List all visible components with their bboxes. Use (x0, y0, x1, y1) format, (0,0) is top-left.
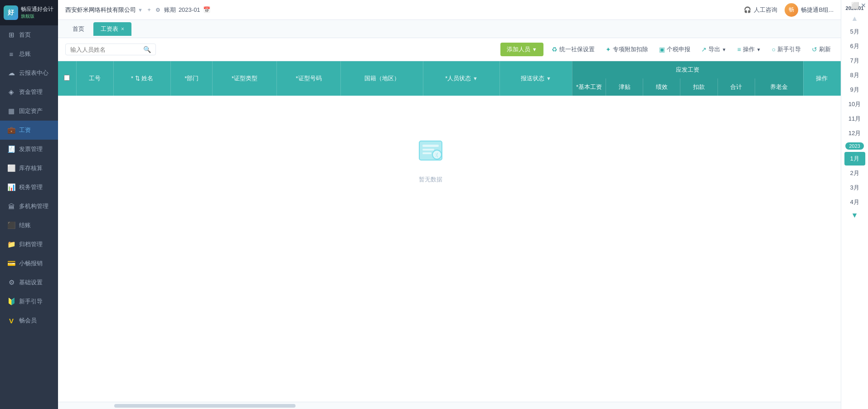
add-person-button[interactable]: 添加人员 ▼ (500, 43, 543, 56)
th-payroll-group: 应发工资 (572, 61, 803, 78)
month-2022-12[interactable]: 12月 (844, 127, 865, 140)
th-check[interactable] (58, 61, 76, 96)
sidebar-item-guide-label: 新手引导 (19, 297, 43, 306)
payroll-icon: 💼 (7, 126, 15, 134)
sidebar-item-cloud[interactable]: ☁ 云报表中心 (0, 63, 58, 83)
tab-home[interactable]: 首页 (65, 22, 92, 36)
tax-report-label: 个税申报 (667, 45, 690, 54)
th-allowance: 津贴 (606, 78, 643, 96)
social-insurance-icon: ♻ (552, 46, 558, 53)
tax-report-btn[interactable]: ▣ 个税申报 (656, 44, 693, 55)
month-2022-8[interactable]: 8月 (844, 68, 865, 82)
member-icon: V (7, 317, 15, 325)
month-2022-9[interactable]: 9月 (844, 83, 865, 97)
settings-btn[interactable]: ⚙ (155, 7, 160, 13)
app-version: 旗舰版 (21, 13, 53, 19)
plus-icon: ＋ (146, 6, 152, 14)
sidebar-item-invoice[interactable]: 🧾 发票管理 (0, 140, 58, 159)
sidebar-item-settings[interactable]: ⚙ 基础设置 (0, 273, 58, 292)
user-profile-btn[interactable]: 畅 畅捷通B组... (785, 3, 834, 17)
month-2022-10[interactable]: 10月 (844, 97, 865, 111)
new-guide-icon: ○ (772, 46, 776, 53)
th-name-label: * (131, 75, 135, 82)
status-filter-icon: ▼ (473, 76, 478, 81)
month-2022-6[interactable]: 6月 (844, 39, 865, 53)
th-name[interactable]: * ⇅ 姓名 (113, 61, 171, 96)
panel-prev-arrow[interactable]: ▲ (849, 13, 860, 24)
sidebar-item-payroll-label: 工资 (19, 126, 31, 134)
period-value: 2023-01 (179, 6, 200, 13)
sidebar-item-fund[interactable]: ◈ 资金管理 (0, 83, 58, 102)
scroll-thumb[interactable] (114, 404, 296, 408)
sidebar-item-close[interactable]: ⬛ 结账 (0, 216, 58, 235)
tab-close-icon[interactable]: × (121, 26, 124, 32)
sidebar-item-home[interactable]: ⊞ 首页 (0, 25, 58, 44)
service-label: 人工咨询 (754, 6, 777, 14)
month-2022-11[interactable]: 11月 (844, 112, 865, 126)
sidebar-item-asset[interactable]: ▦ 固定资产 (0, 102, 58, 121)
month-2023-1[interactable]: 1月 (844, 152, 865, 166)
close-period-icon: ⬛ (7, 221, 15, 229)
top-header: 西安虾米网络科技有限公司 ▼ ＋ ⚙ 账期 2023-01 📅 🎧 (58, 0, 841, 20)
human-service-btn[interactable]: 🎧 人工咨询 (744, 6, 777, 14)
sidebar-item-guide[interactable]: 🔰 新手引导 (0, 292, 58, 311)
sidebar-item-expense[interactable]: 💳 小畅报销 (0, 254, 58, 273)
add-person-label: 添加人员 (507, 45, 530, 54)
sidebar-item-payroll[interactable]: 💼 工资 (0, 121, 58, 140)
cloud-icon: ☁ (7, 69, 15, 77)
month-2022-7[interactable]: 7月 (844, 54, 865, 68)
month-2023-3[interactable]: 3月 (844, 181, 865, 195)
panel-next-arrow[interactable]: ▼ (849, 209, 860, 221)
sidebar-item-multi[interactable]: 🏛 多机构管理 (0, 197, 58, 216)
operate-icon: ≡ (737, 46, 741, 53)
th-basic: *基本工资 (572, 78, 606, 96)
sidebar-item-inventory[interactable]: ⬜ 库存核算 (0, 159, 58, 178)
operate-btn[interactable]: ≡ 操作 ▼ (734, 44, 763, 55)
sidebar-item-tax[interactable]: 📊 税务管理 (0, 178, 58, 197)
th-deduction: 扣款 (680, 78, 718, 96)
tax-report-icon: ▣ (659, 46, 665, 53)
special-deduction-btn[interactable]: ✦ 专项附加扣除 (603, 44, 651, 55)
sidebar-item-member[interactable]: V 畅会员 (0, 311, 58, 330)
social-insurance-label: 统一社保设置 (559, 45, 595, 54)
tax-icon: 📊 (7, 183, 15, 191)
export-btn[interactable]: ↗ 导出 ▼ (698, 44, 729, 55)
app-name: 畅应通好会计 (21, 6, 53, 13)
select-all-checkbox[interactable] (64, 75, 70, 81)
operate-label: 操作 (743, 45, 755, 54)
tab-bar: 首页 工资表 × (58, 20, 841, 38)
th-dept: *部门 (171, 61, 213, 96)
search-box[interactable]: 🔍 (65, 44, 156, 55)
month-2023-2[interactable]: 2月 (844, 166, 865, 180)
th-status[interactable]: *人员状态 ▼ (423, 61, 499, 96)
sidebar-item-expense-label: 小畅报销 (19, 259, 43, 268)
main-area: 西安虾米网络科技有限公司 ▼ ＋ ⚙ 账期 2023-01 📅 🎧 (58, 0, 841, 409)
svg-rect-3 (422, 152, 432, 154)
search-input[interactable] (70, 46, 141, 53)
sidebar-item-asset-label: 固定资产 (19, 107, 43, 115)
panel-expand-icon[interactable]: ⬜ (851, 2, 859, 9)
calendar-icon[interactable]: 📅 (203, 6, 210, 13)
company-selector[interactable]: 西安虾米网络科技有限公司 ▼ (65, 6, 143, 14)
new-guide-btn[interactable]: ○ 新手引导 (769, 44, 804, 55)
add-company-btn[interactable]: ＋ (146, 6, 152, 14)
sidebar-item-ledger[interactable]: ≡ 总账 (0, 44, 58, 63)
tab-payroll[interactable]: 工资表 × (93, 22, 131, 36)
sidebar-item-fund-label: 资金管理 (19, 88, 43, 96)
panel-close-icon[interactable]: ✕ (861, 2, 866, 9)
th-name-sort: ⇅ (135, 75, 140, 82)
fund-icon: ◈ (7, 88, 15, 96)
social-insurance-btn[interactable]: ♻ 统一社保设置 (549, 44, 597, 55)
month-2022-5[interactable]: 5月 (844, 25, 865, 39)
month-2023-4[interactable]: 4月 (844, 195, 865, 209)
sidebar-item-member-label: 畅会员 (19, 316, 37, 325)
horizontal-scrollbar[interactable] (58, 402, 841, 409)
sidebar-item-archive[interactable]: 📁 归档管理 (0, 235, 58, 254)
th-report[interactable]: 报送状态 ▼ (500, 61, 572, 96)
page-content: 🔍 添加人员 ▼ ♻ 统一社保设置 ✦ 专项附加扣除 (58, 38, 841, 409)
toolbar: 🔍 添加人员 ▼ ♻ 统一社保设置 ✦ 专项附加扣除 (58, 38, 841, 61)
company-name: 西安虾米网络科技有限公司 (65, 6, 136, 14)
export-icon: ↗ (701, 46, 707, 53)
tab-payroll-label: 工资表 (101, 25, 118, 33)
refresh-btn[interactable]: ↺ 刷新 (809, 44, 834, 55)
